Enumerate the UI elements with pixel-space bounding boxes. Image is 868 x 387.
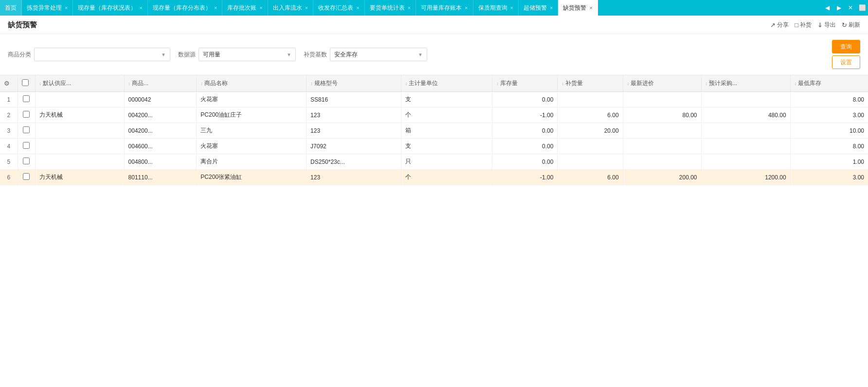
th-name-sort-icon[interactable]: ↕ <box>200 81 203 86</box>
row-checkbox-0[interactable] <box>23 95 30 102</box>
th-stock-sort-icon[interactable]: ↕ <box>496 81 499 86</box>
datasource-select[interactable]: 可用量 ▼ <box>199 48 296 61</box>
tab-expiry[interactable]: 保质期查询 × <box>473 0 519 16</box>
th-unit: ↕ 主计量单位 <box>401 75 492 92</box>
th-min-stock-sort-icon[interactable]: ↕ <box>795 81 797 86</box>
row-number: 1 <box>7 96 10 103</box>
th-code-sort-icon[interactable]: ↕ <box>128 81 131 86</box>
tab-inventory-dist-close[interactable]: × <box>214 5 217 11</box>
datasource-select-text: 可用量 <box>203 51 220 59</box>
tab-batch-account-close[interactable]: × <box>259 5 262 11</box>
tab-inventory-dist[interactable]: 现存量（库存分布表） × <box>148 0 222 16</box>
share-label: 分享 <box>777 21 789 29</box>
settings-button[interactable]: 设置 <box>832 55 860 69</box>
category-select[interactable]: ▼ <box>34 48 170 61</box>
tab-expiry-close[interactable]: × <box>510 5 513 11</box>
th-spec-sort-icon[interactable]: ↕ <box>310 81 313 86</box>
table-header-row: ⚙ ↕ 默认供应... ↕ 商品... <box>0 75 868 92</box>
table-row: 3 004200... 三九 123 箱 0.00 20.00 10.00 <box>0 123 868 139</box>
tab-inventory-status[interactable]: 现存量（库存状况表） × <box>73 0 147 16</box>
th-est-purchase-label: 预计采购... <box>709 79 737 88</box>
row-checkbox-4[interactable] <box>23 158 30 164</box>
tab-nav-next[interactable]: ▶ <box>833 0 845 16</box>
refresh-button[interactable]: ↻ 刷新 <box>842 21 860 29</box>
th-supplier: ↕ 默认供应... <box>35 75 124 92</box>
tab-overstock-close[interactable]: × <box>550 5 553 11</box>
header-actions: ↗ 分享 □ 补货 ⇓ 导出 ↻ 刷新 <box>770 21 860 29</box>
th-stock: ↕ 库存量 <box>492 75 558 92</box>
th-settings: ⚙ <box>0 75 18 92</box>
tab-purchase-stats[interactable]: 要货单统计表 × <box>365 0 416 16</box>
td-min-stock-3: 8.00 <box>790 139 868 154</box>
tab-shortage-close[interactable]: × <box>589 5 592 11</box>
tab-nav-close[interactable]: ✕ <box>845 0 856 16</box>
tab-pick-exception-close[interactable]: × <box>65 5 68 11</box>
tab-summary[interactable]: 收发存汇总表 × <box>313 0 364 16</box>
td-min-stock-0: 8.00 <box>790 92 868 107</box>
tab-nav-fullscreen[interactable]: ⬜ <box>856 0 868 16</box>
row-number: 2 <box>7 112 10 119</box>
td-unit-5: 个 <box>401 170 492 185</box>
table-row: 4 004600... 火花塞 J7092 支 0.00 8.00 <box>0 139 868 154</box>
th-latest-price: ↕ 最新进价 <box>623 75 701 92</box>
th-est-purchase-sort-icon[interactable]: ↕ <box>705 81 708 86</box>
th-checkbox <box>18 75 35 92</box>
row-checkbox-5[interactable] <box>23 173 30 180</box>
tab-available-ledger[interactable]: 可用量库存账本 × <box>416 0 473 16</box>
tab-inventory-dist-label: 现存量（库存分布表） <box>153 4 211 12</box>
table-body: 1 0000042 火花塞 SS816 支 0.00 8.00 2 力天机械 0… <box>0 92 868 185</box>
tab-nav-prev[interactable]: ◀ <box>821 0 833 16</box>
td-spec-0: SS816 <box>307 92 401 107</box>
export-button[interactable]: ⇓ 导出 <box>817 21 836 29</box>
td-code-5: 801110... <box>124 170 197 185</box>
td-stock-1: -1.00 <box>492 107 558 123</box>
td-replenish-1: 6.00 <box>558 107 623 123</box>
tab-flow[interactable]: 出入库流水 × <box>268 0 313 16</box>
row-checkbox-2[interactable] <box>23 126 30 133</box>
replenish-base-label: 补货基数 <box>304 51 327 59</box>
th-supplier-sort-icon[interactable]: ↕ <box>39 81 42 86</box>
th-latest-price-sort-icon[interactable]: ↕ <box>627 81 630 86</box>
row-number: 6 <box>7 174 10 181</box>
td-est-purchase-5: 1200.00 <box>701 170 790 185</box>
tab-summary-label: 收发存汇总表 <box>318 4 353 12</box>
tab-available-ledger-close[interactable]: × <box>465 5 468 11</box>
td-name-5: PC200张紧油缸 <box>197 170 307 185</box>
query-button[interactable]: 查询 <box>832 40 860 53</box>
share-button[interactable]: ↗ 分享 <box>770 21 789 29</box>
td-stock-2: 0.00 <box>492 123 558 139</box>
tab-inventory-status-close[interactable]: × <box>139 5 142 11</box>
td-name-2: 三九 <box>197 123 307 139</box>
data-table: ⚙ ↕ 默认供应... ↕ 商品... <box>0 75 868 185</box>
tab-home[interactable]: 首页 <box>0 0 22 16</box>
td-est-purchase-2 <box>701 123 790 139</box>
export-label: 导出 <box>824 21 836 29</box>
td-supplier-2 <box>35 123 124 139</box>
tab-shortage[interactable]: 缺货预警 × <box>558 0 597 16</box>
tab-summary-close[interactable]: × <box>356 5 359 11</box>
row-checkbox-3[interactable] <box>23 142 30 149</box>
th-unit-sort-icon[interactable]: ↕ <box>405 81 408 86</box>
replenish-base-select[interactable]: 安全库存 ▼ <box>330 48 427 61</box>
replenish-icon: □ <box>795 21 798 29</box>
select-all-checkbox[interactable] <box>22 79 29 86</box>
row-checkbox-1[interactable] <box>23 111 30 118</box>
tab-flow-close[interactable]: × <box>305 5 308 11</box>
td-unit-4: 只 <box>401 154 492 170</box>
tab-overstock[interactable]: 超储预警 × <box>519 0 558 16</box>
td-est-purchase-3 <box>701 139 790 154</box>
td-spec-4: DS250*23c... <box>307 154 401 170</box>
th-replenish-sort-icon[interactable]: ↕ <box>561 81 564 86</box>
replenish-label: 补货 <box>800 21 812 29</box>
td-name-1: PC200油缸庄子 <box>197 107 307 123</box>
tab-batch-account[interactable]: 库存批次账 × <box>222 0 268 16</box>
tab-pick-exception[interactable]: 拣货异常处理 × <box>22 0 73 16</box>
refresh-label: 刷新 <box>849 21 860 29</box>
td-row-num-1: 2 <box>0 107 18 123</box>
tab-purchase-stats-close[interactable]: × <box>408 5 411 11</box>
table-row: 5 004800... 离合片 DS250*23c... 只 0.00 1.00 <box>0 154 868 170</box>
column-settings-icon[interactable]: ⚙ <box>4 80 10 87</box>
td-replenish-0 <box>558 92 623 107</box>
tab-shortage-label: 缺货预警 <box>563 4 586 12</box>
replenish-button[interactable]: □ 补货 <box>795 21 812 29</box>
